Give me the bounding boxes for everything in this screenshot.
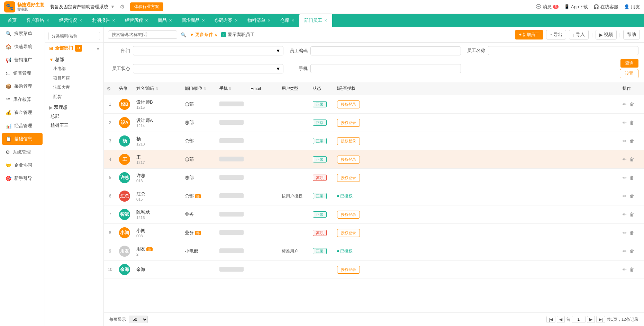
col-settings-header[interactable]: ⚙	[104, 82, 116, 95]
dept-group-general-toggle[interactable]: ▼ 总部	[45, 55, 103, 64]
last-page-button[interactable]: ▶|	[596, 316, 605, 323]
delete-icon[interactable]: 🗑	[629, 230, 634, 236]
tab-warehouse[interactable]: 仓库 ✕	[275, 14, 299, 27]
per-page-select[interactable]: 50 100	[129, 316, 148, 323]
tab-profit[interactable]: 利润报告 ✕	[87, 14, 120, 27]
edit-icon[interactable]: ✏	[623, 212, 627, 217]
edit-icon[interactable]: ✏	[623, 138, 627, 144]
tab-new-goods[interactable]: 新增商品 ✕	[177, 14, 210, 27]
dept-child-shenyang[interactable]: 沈阳大库	[45, 83, 103, 92]
help-button[interactable]: 帮助	[623, 30, 640, 39]
edit-icon[interactable]: ✏	[623, 267, 627, 272]
edit-icon[interactable]: ✏	[623, 230, 627, 236]
add-employee-button[interactable]: + 新增员工	[515, 30, 543, 39]
empcode-filter-input[interactable]	[310, 46, 461, 55]
tab-close-icon[interactable]: ✕	[202, 18, 205, 23]
delete-icon[interactable]: 🗑	[629, 267, 634, 272]
delete-icon[interactable]: 🗑	[629, 212, 634, 217]
show-resigned-toggle[interactable]: ✓ 显示离职员工	[221, 32, 255, 38]
dept-group-general2[interactable]: 总部	[45, 112, 103, 121]
delete-icon[interactable]: 🗑	[629, 138, 634, 144]
tab-close-icon[interactable]: ✕	[46, 18, 49, 23]
search-button[interactable]: 🔍	[181, 32, 186, 37]
sidebar-item-shortcut[interactable]: 🏠 快速导航	[0, 40, 45, 53]
gear-icon[interactable]: ⚙	[120, 3, 125, 10]
export-button[interactable]: ↑ 导出	[546, 30, 566, 39]
first-page-button[interactable]: |◀	[546, 316, 555, 323]
dept-refresh-button[interactable]: ↺	[75, 45, 82, 52]
edit-icon[interactable]: ✏	[623, 120, 627, 125]
page-input[interactable]	[572, 316, 586, 323]
empname-filter-input[interactable]	[488, 46, 638, 55]
dept-child-project[interactable]: 项目库房	[45, 73, 103, 83]
filter-more-button[interactable]: ▼ 更多条件 ∧	[190, 32, 218, 38]
auth-button[interactable]: 授权登录	[337, 137, 360, 145]
edit-icon[interactable]: ✏	[623, 157, 627, 162]
auth-button[interactable]: 授权登录	[337, 174, 360, 182]
phone-filter-input[interactable]	[310, 64, 461, 73]
app-download-button[interactable]: 📱 App下载	[564, 4, 588, 10]
delete-icon[interactable]: 🗑	[629, 193, 634, 199]
edit-icon[interactable]: ✏	[623, 193, 627, 199]
message-button[interactable]: 💬 消息 6	[536, 4, 559, 10]
tab-close-icon[interactable]: ✕	[267, 18, 271, 23]
online-service-button[interactable]: 🎧 在线客服	[593, 4, 618, 10]
tab-close-icon[interactable]: ✕	[291, 18, 294, 23]
view-button[interactable]: ▶ 视频	[596, 30, 617, 39]
system-dropdown-icon[interactable]: ▼	[110, 4, 115, 9]
tab-close-icon[interactable]: ✕	[79, 18, 82, 23]
dept-group-zhishu[interactable]: 植树王三	[45, 121, 103, 130]
tab-history[interactable]: 经营历程 ✕	[120, 14, 153, 27]
edit-icon[interactable]: ✏	[623, 102, 627, 107]
col-phone-header[interactable]: 手机 ⇅	[217, 82, 248, 95]
empstatus-filter-select[interactable]: ▼	[133, 64, 283, 73]
sidebar-item-inventory[interactable]: 🗃 库存核算	[0, 93, 45, 106]
sidebar-item-corp[interactable]: 🤝 企业协同	[0, 159, 45, 172]
tab-dept-staff[interactable]: 部门员工 ✕	[299, 14, 332, 27]
sidebar-item-system[interactable]: ⚙ 系统管理	[0, 146, 45, 159]
tab-close-icon[interactable]: ✕	[235, 18, 238, 23]
auth-button[interactable]: 授权登录	[337, 100, 360, 108]
trial-button[interactable]: 体验行业方案	[130, 2, 163, 11]
user-button[interactable]: 👤 用友	[624, 4, 640, 10]
dept-group-shuanglu[interactable]: ▶ 双鹿想	[45, 103, 103, 112]
dept-all-header[interactable]: ⊞ 全部部门 ↺ «	[45, 43, 103, 54]
auth-button[interactable]: 授权登录	[337, 266, 360, 274]
auth-button[interactable]: 授权登录	[337, 229, 360, 237]
settings-icon[interactable]: ⚙	[107, 86, 111, 91]
auth-button[interactable]: 授权登录	[337, 211, 360, 219]
set-button[interactable]: 设置	[620, 69, 638, 78]
sidebar-item-sales[interactable]: 🏷 销售管理	[0, 67, 45, 80]
delete-icon[interactable]: 🗑	[629, 102, 634, 107]
col-dept-header[interactable]: 部门/职位 ⇅	[182, 82, 217, 95]
tab-operation[interactable]: 经营情况 ✕	[54, 14, 87, 27]
tab-close-icon[interactable]: ✕	[324, 18, 327, 23]
dept-child-distribution[interactable]: 配货	[45, 92, 103, 102]
sidebar-item-operations[interactable]: 📊 经营管理	[0, 119, 45, 132]
edit-icon[interactable]: ✏	[623, 248, 627, 254]
tab-close-icon[interactable]: ✕	[169, 18, 172, 23]
prev-page-button[interactable]: ◀	[557, 316, 565, 323]
dept-filter-select[interactable]: ▼	[133, 46, 283, 55]
query-button[interactable]: 查询	[620, 59, 638, 68]
search-input[interactable]	[108, 30, 177, 39]
dept-child-electric[interactable]: 小电部	[45, 64, 103, 73]
tab-close-icon[interactable]: ✕	[145, 18, 148, 23]
dept-collapse-icon[interactable]: «	[97, 46, 99, 51]
sidebar-item-guide[interactable]: 🎯 新手引导	[0, 172, 45, 185]
delete-icon[interactable]: 🗑	[629, 175, 634, 180]
col-name-header[interactable]: 姓名/编码 ⇅	[134, 82, 182, 95]
sidebar-item-search[interactable]: 🔍 搜索菜单	[0, 27, 45, 40]
tab-home[interactable]: 首页	[3, 14, 21, 27]
auth-button[interactable]: 授权登录	[337, 156, 360, 164]
delete-icon[interactable]: 🗑	[629, 157, 634, 162]
sidebar-item-basic[interactable]: 📋 基础信息	[2, 133, 43, 145]
auth-button[interactable]: 授权登录	[337, 119, 360, 127]
tab-bom[interactable]: 物料清单 ✕	[243, 14, 275, 27]
dept-search-input[interactable]	[48, 32, 100, 40]
tab-goods[interactable]: 商品 ✕	[153, 14, 177, 27]
sidebar-item-finance[interactable]: 💰 资金管理	[0, 106, 45, 119]
delete-icon[interactable]: 🗑	[629, 120, 634, 125]
delete-icon[interactable]: 🗑	[629, 248, 634, 254]
tab-barcode[interactable]: 条码方案 ✕	[210, 14, 243, 27]
